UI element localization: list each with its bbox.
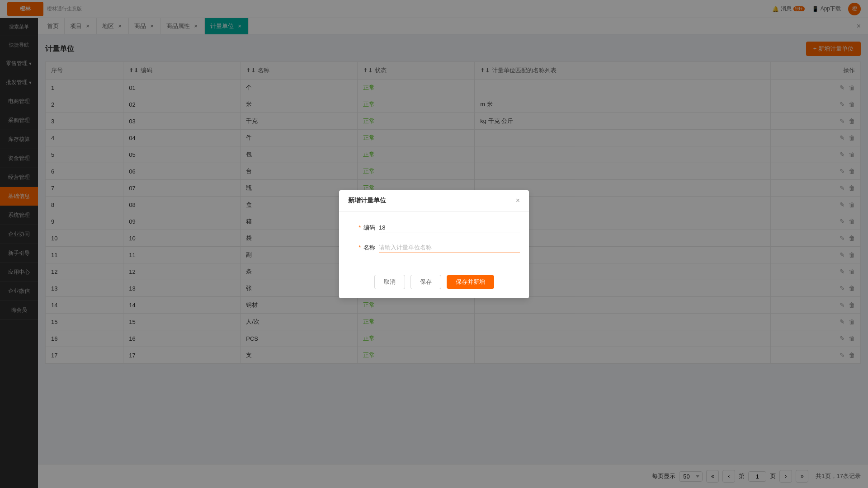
save-button[interactable]: 保存 <box>410 275 441 289</box>
code-input[interactable] <box>379 222 520 233</box>
dialog-footer: 取消 保存 保存并新增 <box>339 269 529 298</box>
cancel-button[interactable]: 取消 <box>374 275 405 289</box>
dialog-overlay[interactable]: 新增计量单位 × * 编码 * 名称 取消 保存 保存并新增 <box>0 0 868 488</box>
form-label-name: * 名称 <box>348 244 375 252</box>
dialog-body: * 编码 * 名称 <box>339 211 529 269</box>
form-row-code: * 编码 <box>348 222 520 233</box>
save-and-new-button[interactable]: 保存并新增 <box>447 275 494 289</box>
add-unit-dialog: 新增计量单位 × * 编码 * 名称 取消 保存 保存并新增 <box>339 190 529 298</box>
dialog-header: 新增计量单位 × <box>339 190 529 211</box>
name-input[interactable] <box>379 242 520 253</box>
form-label-code: * 编码 <box>348 224 375 232</box>
form-row-name: * 名称 <box>348 242 520 253</box>
dialog-close-btn[interactable]: × <box>516 197 520 205</box>
dialog-title: 新增计量单位 <box>348 197 386 205</box>
